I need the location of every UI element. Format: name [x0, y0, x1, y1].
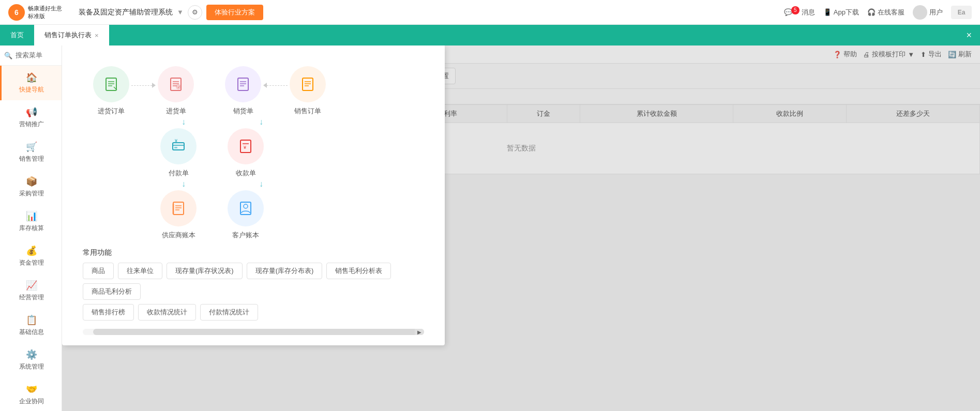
svg-rect-14: [303, 78, 313, 90]
svg-rect-0: [106, 78, 116, 90]
experience-button[interactable]: 体验行业方案: [206, 5, 263, 20]
cf-btn-contacts[interactable]: 往来单位: [118, 263, 162, 279]
supplier-ledger-circle: [160, 190, 197, 226]
system-icon: ⚙️: [26, 349, 37, 360]
svg-rect-29: [172, 204, 174, 214]
supplier-ledger-icon: [171, 201, 186, 216]
customer-ledger-icon: [238, 201, 253, 216]
header-right: 💬 5 消息 📱 App下载 🎧 在线客服 用户 Ea: [784, 5, 972, 20]
sidebar-item-inventory[interactable]: 📊 库存核算: [0, 204, 62, 239]
search-icon: 🔍: [4, 52, 12, 59]
marketing-icon: 📢: [26, 106, 37, 118]
scroll-right-arrow[interactable]: ▶: [415, 329, 424, 335]
finance-icon: 💰: [26, 245, 37, 256]
close-all-icon[interactable]: ×: [966, 30, 972, 41]
app-download-button[interactable]: 📱 App下载: [823, 8, 859, 17]
flow-purchase-order[interactable]: 进货订单: [93, 66, 129, 116]
common-function-buttons: 商品 往来单位 现存量(库存状况表) 现存量(库存分布表) 销售毛利分析表 商品…: [83, 263, 424, 300]
cf-btn-payment-stats[interactable]: 付款情况统计: [200, 304, 258, 321]
tab-sales-execution[interactable]: 销售订单执行表 ×: [34, 25, 109, 45]
cf-btn-stock-dist[interactable]: 现存量(库存分布表): [247, 263, 323, 279]
flow-receipt-bill[interactable]: ¥ 收款单: [228, 128, 264, 178]
cf-btn-goods[interactable]: 商品: [83, 263, 114, 279]
flow-down-arrows-row2: ↓ ↓: [83, 178, 424, 190]
sidebar-item-operations[interactable]: 📈 经营管理: [0, 273, 62, 308]
search-menu[interactable]: 🔍 搜索菜单: [0, 45, 62, 66]
user-menu[interactable]: 用户: [913, 5, 943, 20]
message-button[interactable]: 💬 5 消息: [784, 8, 815, 17]
cf-btn-receipt-stats[interactable]: 收款情况统计: [138, 304, 196, 321]
modal-scrollbar[interactable]: ▶: [83, 329, 424, 335]
receipt-icon: ¥: [238, 139, 253, 154]
sales-order-icon: [300, 77, 315, 92]
logo-icon: 6: [8, 4, 25, 21]
svg-point-31: [244, 204, 248, 208]
logo-text: 畅康通好生意 标准版: [28, 5, 62, 20]
modal-overlay: 进货订单: [62, 45, 980, 411]
enterprise-icon: 🤝: [26, 384, 37, 395]
online-service-button[interactable]: 🎧 在线客服: [867, 8, 904, 17]
operations-icon: 📈: [26, 280, 37, 291]
sales-bill-circle: [225, 66, 261, 102]
dropdown-icon[interactable]: ▼: [177, 8, 184, 16]
content-area: ❓ 帮助 🖨 按模板打印 ▼ ⬆ 导出 🔄 刷新 📅 — 📅 单据状: [62, 45, 980, 411]
main-layout: 🔍 搜索菜单 🏠 快捷导航 📢 营销推广 🛒 销售管理 📦 采购管理 📊 库存核…: [0, 45, 980, 411]
sidebar-item-basic-info[interactable]: 📋 基础信息: [0, 308, 62, 343]
purchase-bill-icon: ✓: [168, 77, 184, 92]
receipt-bill-circle: ¥: [228, 128, 264, 164]
svg-rect-10: [238, 78, 248, 90]
sidebar-item-purchase[interactable]: 📦 采购管理: [0, 170, 62, 204]
flow-row-1: 进货订单: [93, 66, 326, 116]
flow-customer-ledger[interactable]: 客户账本: [228, 190, 264, 240]
sales-order-circle: [290, 66, 326, 102]
flow-supplier-ledger[interactable]: 供应商账本: [160, 190, 197, 240]
svg-text:✓: ✓: [177, 85, 180, 89]
sales-icon: 🛒: [26, 141, 37, 153]
settings-button[interactable]: ⚙: [188, 5, 202, 20]
down-arrow-sales: ↓: [238, 116, 284, 128]
flow-sales-order[interactable]: 销售订单: [290, 66, 326, 116]
headset-icon: 🎧: [867, 8, 876, 16]
common-functions-title: 常用功能: [83, 248, 424, 257]
flow-sales-bill[interactable]: 销货单: [225, 66, 261, 116]
purchase-order-icon: [103, 77, 119, 92]
sidebar-item-finance[interactable]: 💰 资金管理: [0, 239, 62, 273]
modal-scrollbar-thumb: [93, 329, 424, 335]
sidebar-item-enterprise[interactable]: 🤝 企业协同: [0, 377, 62, 411]
down-arrow-purchase: ↓: [160, 116, 207, 128]
down-arrow-receipt: ↓: [238, 178, 284, 190]
purchase-bill-circle: ✓: [158, 66, 194, 102]
cf-btn-stock-status[interactable]: 现存量(库存状况表): [167, 263, 243, 279]
header-middle: 装备及固定资产辅助管理系统 ▼ ⚙ 体验行业方案: [70, 5, 784, 20]
common-function-buttons-2: 销售排行榜 收款情况统计 付款情况统计: [83, 304, 424, 321]
cf-btn-goods-profit[interactable]: 商品毛利分析: [83, 283, 141, 300]
payment-bill-circle: ¥: [160, 128, 197, 164]
sidebar: 🔍 搜索菜单 🏠 快捷导航 📢 营销推广 🛒 销售管理 📦 采购管理 📊 库存核…: [0, 45, 62, 411]
system-title: 装备及固定资产辅助管理系统: [79, 8, 173, 17]
flow-down-arrows-row: ↓ ↓: [83, 116, 424, 128]
cf-btn-sales-profit[interactable]: 销售毛利分析表: [326, 263, 391, 279]
flow-payment-bill[interactable]: ¥ 付款单: [160, 128, 197, 178]
arrow-sales-order-to-bill: [263, 83, 288, 88]
ea-badge: Ea: [951, 6, 972, 19]
tab-home[interactable]: 首页: [0, 25, 34, 45]
top-header: 6 畅康通好生意 标准版 装备及固定资产辅助管理系统 ▼ ⚙ 体验行业方案 💬 …: [0, 0, 980, 25]
cf-btn-sales-rank[interactable]: 销售排行榜: [83, 304, 134, 321]
message-badge: 5: [791, 6, 800, 14]
sidebar-item-system[interactable]: ⚙️ 系统管理: [0, 343, 62, 377]
flow-diagram: 进货订单: [83, 61, 424, 116]
sidebar-item-marketing[interactable]: 📢 营销推广: [0, 100, 62, 135]
flow-purchase-bill[interactable]: ✓ 进货单: [158, 66, 194, 116]
tab-close-icon[interactable]: ×: [95, 32, 99, 39]
payment-icon: ¥: [171, 139, 186, 154]
home-icon: 🏠: [26, 72, 37, 83]
arrow-purchase-to-bill: [131, 83, 156, 88]
svg-rect-25: [173, 202, 184, 215]
purchase-order-circle: [93, 66, 129, 102]
flow-row-2: ¥ 付款单 ¥: [83, 128, 424, 178]
basic-info-icon: 📋: [26, 314, 37, 326]
svg-rect-18: [173, 143, 184, 150]
phone-icon: 📱: [823, 8, 832, 16]
sidebar-item-sales[interactable]: 🛒 销售管理: [0, 135, 62, 170]
sidebar-item-quick-nav[interactable]: 🏠 快捷导航: [0, 66, 62, 100]
